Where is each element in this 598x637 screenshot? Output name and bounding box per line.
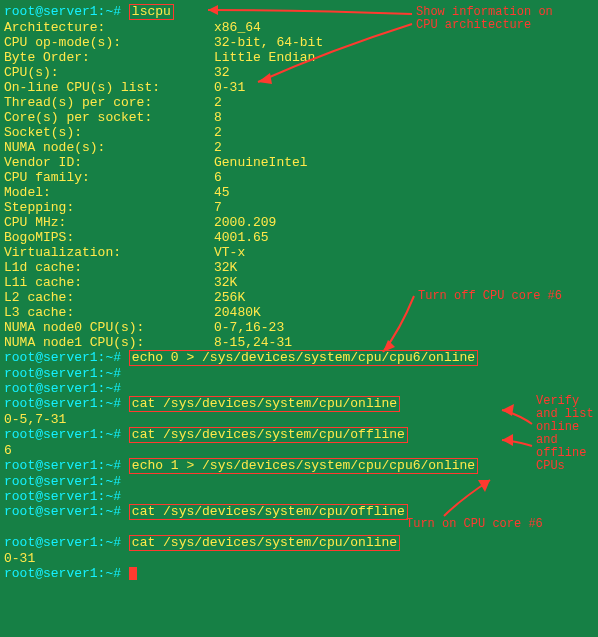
lscpu-key: Virtualization: bbox=[4, 245, 214, 260]
lscpu-val: 0-31 bbox=[214, 80, 245, 95]
cmd-cat-online: cat /sys/devices/system/cpu/online bbox=[129, 396, 400, 412]
prompt-line: root@server1:~# bbox=[4, 381, 594, 396]
lscpu-val: 32-bit, 64-bit bbox=[214, 35, 323, 50]
lscpu-key: CPU op-mode(s): bbox=[4, 35, 214, 50]
lscpu-key: NUMA node(s): bbox=[4, 140, 214, 155]
lscpu-row: CPU op-mode(s):32-bit, 64-bit bbox=[4, 35, 594, 50]
lscpu-row: NUMA node0 CPU(s):0-7,16-23 bbox=[4, 320, 594, 335]
lscpu-output: Architecture:x86_64CPU op-mode(s):32-bit… bbox=[4, 20, 594, 350]
lscpu-val: 2000.209 bbox=[214, 215, 276, 230]
lscpu-val: 32K bbox=[214, 275, 237, 290]
lscpu-key: L3 cache: bbox=[4, 305, 214, 320]
lscpu-row: L1d cache:32K bbox=[4, 260, 594, 275]
lscpu-row: Byte Order:Little Endian bbox=[4, 50, 594, 65]
lscpu-val: 45 bbox=[214, 185, 230, 200]
lscpu-val: 4001.65 bbox=[214, 230, 269, 245]
lscpu-val: 6 bbox=[214, 170, 222, 185]
lscpu-row: BogoMIPS:4001.65 bbox=[4, 230, 594, 245]
lscpu-key: On-line CPU(s) list: bbox=[4, 80, 214, 95]
prompt-line: root@server1:~# echo 0 > /sys/devices/sy… bbox=[4, 350, 594, 366]
cmd-cat-online-2: cat /sys/devices/system/cpu/online bbox=[129, 535, 400, 551]
lscpu-row: Socket(s):2 bbox=[4, 125, 594, 140]
cmd-cat-offline-2: cat /sys/devices/system/cpu/offline bbox=[129, 504, 408, 520]
output-offline-after-on bbox=[4, 520, 594, 535]
lscpu-row: Stepping:7 bbox=[4, 200, 594, 215]
prompt-line: root@server1:~# bbox=[4, 489, 594, 504]
lscpu-key: Stepping: bbox=[4, 200, 214, 215]
lscpu-key: CPU family: bbox=[4, 170, 214, 185]
prompt-line: root@server1:~# lscpu bbox=[4, 4, 594, 20]
lscpu-val: 2 bbox=[214, 125, 222, 140]
lscpu-val: 256K bbox=[214, 290, 245, 305]
lscpu-val: 2 bbox=[214, 95, 222, 110]
lscpu-row: Vendor ID:GenuineIntel bbox=[4, 155, 594, 170]
lscpu-val: 8 bbox=[214, 110, 222, 125]
lscpu-row: CPU(s):32 bbox=[4, 65, 594, 80]
cmd-echo-off: echo 0 > /sys/devices/system/cpu/cpu6/on… bbox=[129, 350, 478, 366]
lscpu-val: VT-x bbox=[214, 245, 245, 260]
lscpu-row: Architecture:x86_64 bbox=[4, 20, 594, 35]
lscpu-key: Core(s) per socket: bbox=[4, 110, 214, 125]
prompt-line-cursor[interactable]: root@server1:~# bbox=[4, 566, 594, 581]
lscpu-key: Socket(s): bbox=[4, 125, 214, 140]
lscpu-key: NUMA node0 CPU(s): bbox=[4, 320, 214, 335]
lscpu-val: 32 bbox=[214, 65, 230, 80]
lscpu-row: Core(s) per socket:8 bbox=[4, 110, 594, 125]
lscpu-row: L1i cache:32K bbox=[4, 275, 594, 290]
prompt-line: root@server1:~# bbox=[4, 474, 594, 489]
lscpu-row: Model:45 bbox=[4, 185, 594, 200]
prompt-line: root@server1:~# echo 1 > /sys/devices/sy… bbox=[4, 458, 594, 474]
lscpu-val: 7 bbox=[214, 200, 222, 215]
lscpu-key: Model: bbox=[4, 185, 214, 200]
lscpu-row: NUMA node1 CPU(s):8-15,24-31 bbox=[4, 335, 594, 350]
cmd-lscpu: lscpu bbox=[129, 4, 174, 20]
lscpu-row: Thread(s) per core:2 bbox=[4, 95, 594, 110]
lscpu-val: 32K bbox=[214, 260, 237, 275]
lscpu-val: 2 bbox=[214, 140, 222, 155]
lscpu-key: NUMA node1 CPU(s): bbox=[4, 335, 214, 350]
output-online-after-on: 0-31 bbox=[4, 551, 594, 566]
output-online-after-off: 0-5,7-31 bbox=[4, 412, 594, 427]
lscpu-row: On-line CPU(s) list:0-31 bbox=[4, 80, 594, 95]
lscpu-val: 8-15,24-31 bbox=[214, 335, 292, 350]
lscpu-val: Little Endian bbox=[214, 50, 315, 65]
lscpu-key: L1d cache: bbox=[4, 260, 214, 275]
lscpu-key: Byte Order: bbox=[4, 50, 214, 65]
lscpu-key: BogoMIPS: bbox=[4, 230, 214, 245]
lscpu-row: NUMA node(s):2 bbox=[4, 140, 594, 155]
lscpu-val: 0-7,16-23 bbox=[214, 320, 284, 335]
prompt-line: root@server1:~# cat /sys/devices/system/… bbox=[4, 396, 594, 412]
lscpu-val: GenuineIntel bbox=[214, 155, 308, 170]
lscpu-key: Thread(s) per core: bbox=[4, 95, 214, 110]
prompt-line: root@server1:~# cat /sys/devices/system/… bbox=[4, 535, 594, 551]
lscpu-val: x86_64 bbox=[214, 20, 261, 35]
lscpu-key: Vendor ID: bbox=[4, 155, 214, 170]
output-offline-after-off: 6 bbox=[4, 443, 594, 458]
prompt-line: root@server1:~# cat /sys/devices/system/… bbox=[4, 427, 594, 443]
lscpu-row: CPU MHz:2000.209 bbox=[4, 215, 594, 230]
lscpu-key: L2 cache: bbox=[4, 290, 214, 305]
cursor-icon bbox=[129, 567, 137, 580]
lscpu-row: Virtualization:VT-x bbox=[4, 245, 594, 260]
cmd-echo-on: echo 1 > /sys/devices/system/cpu/cpu6/on… bbox=[129, 458, 478, 474]
prompt-line: root@server1:~# bbox=[4, 366, 594, 381]
lscpu-key: Architecture: bbox=[4, 20, 214, 35]
lscpu-key: CPU MHz: bbox=[4, 215, 214, 230]
cmd-cat-offline: cat /sys/devices/system/cpu/offline bbox=[129, 427, 408, 443]
lscpu-key: CPU(s): bbox=[4, 65, 214, 80]
lscpu-row: CPU family:6 bbox=[4, 170, 594, 185]
prompt: root@server1:~# bbox=[4, 4, 121, 19]
prompt-line: root@server1:~# cat /sys/devices/system/… bbox=[4, 504, 594, 520]
lscpu-row: L3 cache:20480K bbox=[4, 305, 594, 320]
lscpu-val: 20480K bbox=[214, 305, 261, 320]
lscpu-row: L2 cache:256K bbox=[4, 290, 594, 305]
lscpu-key: L1i cache: bbox=[4, 275, 214, 290]
